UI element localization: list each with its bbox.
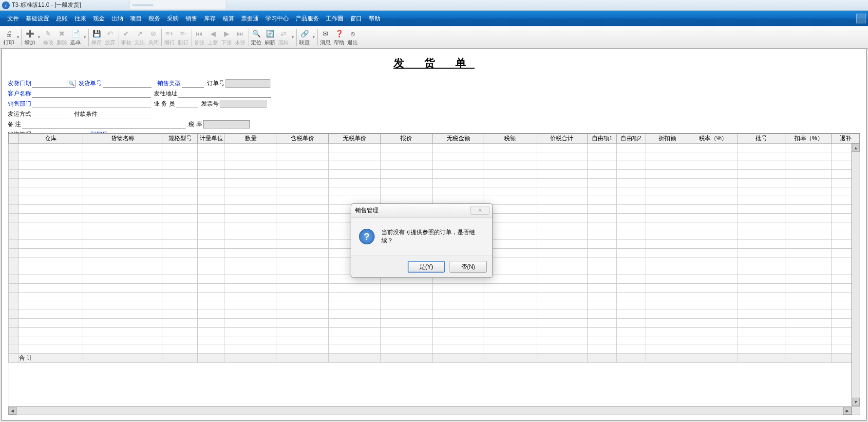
input-invoice-no[interactable]	[220, 100, 266, 108]
menu-票据通[interactable]: 票据通	[238, 11, 262, 26]
table-row[interactable]	[9, 170, 860, 179]
table-row[interactable]	[9, 310, 860, 319]
toolbar-选单-button[interactable]: 📄选单	[69, 27, 82, 48]
input-sale-dept[interactable]	[32, 100, 151, 108]
toolbar-label: 关闭	[148, 39, 159, 46]
label-ship-date: 发货日期	[8, 79, 32, 88]
input-remark[interactable]	[22, 120, 186, 128]
input-tax-rate[interactable]	[203, 120, 250, 128]
scroll-right-button[interactable]: ▶	[843, 407, 851, 415]
menu-库存[interactable]: 库存	[201, 11, 219, 26]
col-税率（%）[interactable]: 税率（%）	[689, 134, 737, 144]
menu-销售[interactable]: 销售	[182, 11, 201, 26]
vertical-scrollbar[interactable]: ▲ ▼	[851, 144, 860, 406]
toolbar-separator	[191, 29, 191, 46]
lookup-ship-date[interactable]: 🔍	[68, 80, 75, 88]
scroll-down-button[interactable]: ▼	[852, 398, 860, 406]
menu-帮助[interactable]: 帮助	[365, 11, 384, 26]
menu-文件[interactable]: 文件	[4, 11, 22, 26]
toolbar-label: 帮助	[334, 39, 344, 46]
col-自由项1[interactable]: 自由项1	[588, 134, 617, 144]
menu-往来[interactable]: 往来	[71, 11, 90, 26]
toolbar-帮助-button[interactable]: ❓帮助	[332, 27, 346, 48]
menu-工作圈[interactable]: 工作圈	[322, 11, 347, 26]
col-规格型号[interactable]: 规格型号	[163, 134, 197, 144]
选单-icon: 📄	[71, 29, 80, 38]
menu-项目[interactable]: 项目	[127, 11, 145, 26]
toolbar-消息-button[interactable]: ✉消息	[319, 27, 332, 48]
toolbar-关闭-button: ⊘关闭	[147, 27, 160, 48]
menu-现金[interactable]: 现金	[90, 11, 108, 26]
table-row[interactable]	[9, 328, 860, 336]
input-ship-mode[interactable]	[32, 110, 71, 118]
input-ship-no[interactable]	[103, 79, 151, 88]
horizontal-scrollbar[interactable]: ◀ ▶	[8, 406, 851, 415]
col-计量单位[interactable]: 计量单位	[197, 134, 225, 144]
input-salesman[interactable]	[176, 100, 198, 108]
col-扣率（%）[interactable]: 扣率（%）	[786, 134, 832, 144]
table-row[interactable]	[9, 161, 860, 170]
toolbar-定位-button[interactable]: 🔍定位	[249, 27, 263, 48]
col-无税金额[interactable]: 无税金额	[432, 134, 484, 144]
toolbar-增加-button[interactable]: ➕增加	[23, 27, 37, 48]
col-报价[interactable]: 报价	[380, 134, 432, 144]
dialog-titlebar[interactable]: 销售管理 ✕	[351, 204, 492, 218]
input-order-no[interactable]	[226, 79, 270, 88]
input-ship-addr[interactable]	[178, 90, 271, 98]
col-折扣额[interactable]: 折扣额	[645, 134, 689, 144]
col-货物名称[interactable]: 货物名称	[82, 134, 163, 144]
menu-学习中心[interactable]: 学习中心	[262, 11, 292, 26]
input-sale-type[interactable]	[182, 79, 204, 88]
table-row[interactable]	[9, 293, 860, 301]
menu-产品服务[interactable]: 产品服务	[292, 11, 322, 26]
table-row[interactable]	[9, 152, 860, 161]
toolbar-流转-dropdown[interactable]: ▼	[290, 27, 295, 48]
table-row[interactable]	[9, 345, 860, 354]
col-仓库[interactable]: 仓库	[19, 134, 82, 144]
toolbar-增加-dropdown[interactable]: ▼	[37, 27, 41, 48]
col-无税单价[interactable]: 无税单价	[329, 134, 380, 144]
menu-基础设置[interactable]: 基础设置	[22, 11, 53, 26]
toolbar-separator	[21, 29, 22, 46]
scroll-up-button[interactable]: ▲	[852, 144, 860, 152]
background-tab[interactable]: ▪▪▪▪▪▪▪▪▪▪▪	[129, 0, 226, 10]
toolbar-联查-dropdown[interactable]: ▼	[311, 27, 316, 48]
toolbar-选单-dropdown[interactable]: ▼	[82, 27, 87, 48]
menu-核算[interactable]: 核算	[219, 11, 238, 26]
table-row[interactable]	[9, 301, 860, 310]
input-ship-date[interactable]	[32, 79, 68, 88]
col-价税合计[interactable]: 价税合计	[536, 134, 587, 144]
col-数量[interactable]: 数量	[225, 134, 277, 144]
table-row[interactable]	[9, 319, 860, 328]
menu-窗口[interactable]: 窗口	[347, 11, 365, 26]
col-批号[interactable]: 批号	[737, 134, 786, 144]
toolbar-打印-dropdown[interactable]: ▼	[16, 27, 20, 48]
menu-采购[interactable]: 采购	[164, 11, 182, 26]
yes-button[interactable]: 是(Y)	[408, 261, 445, 273]
scroll-left-button[interactable]: ◀	[8, 407, 17, 415]
table-row[interactable]	[9, 144, 860, 152]
col-退补[interactable]: 退补	[832, 134, 860, 144]
menu-总账[interactable]: 总账	[53, 11, 71, 26]
col-rowhead[interactable]	[9, 134, 19, 144]
menubar-right-button[interactable]	[856, 14, 866, 23]
table-row[interactable]	[9, 179, 860, 187]
col-自由项2[interactable]: 自由项2	[617, 134, 645, 144]
删除-icon: ✖	[57, 29, 67, 38]
menu-出纳[interactable]: 出纳	[108, 11, 127, 26]
input-pay-term[interactable]	[98, 110, 152, 118]
table-row[interactable]	[9, 336, 860, 345]
col-税额[interactable]: 税额	[484, 134, 536, 144]
toolbar-联查-button[interactable]: 🔗联查	[298, 27, 311, 48]
toolbar-刷新-button[interactable]: 🔄刷新	[263, 27, 277, 48]
toolbar-打印-button[interactable]: 🖨打印	[2, 27, 16, 48]
no-button[interactable]: 否(N)	[450, 261, 487, 273]
toolbar-退出-button[interactable]: ⎋退出	[346, 27, 359, 48]
table-row[interactable]	[9, 187, 860, 196]
menu-税务[interactable]: 税务	[145, 11, 164, 26]
table-row[interactable]	[9, 284, 860, 293]
input-cust-name[interactable]	[32, 90, 151, 98]
toolbar-label: 增加	[24, 39, 35, 46]
dialog-close-button[interactable]: ✕	[470, 206, 490, 215]
col-含税单价[interactable]: 含税单价	[277, 134, 328, 144]
